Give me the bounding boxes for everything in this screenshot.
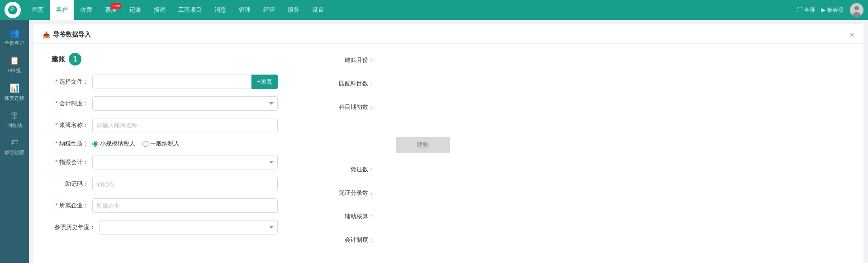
import-icon: 📥	[43, 31, 50, 38]
nav-message[interactable]: 消息	[208, 0, 232, 20]
form-body: 建账 1 * 选择文件： +浏览	[33, 44, 863, 263]
nav-right-actions: ⛶ 全屏 ▶ 畅会员	[797, 3, 863, 17]
ledger-label: * 账簿名称：	[52, 121, 92, 129]
ledger-row: * 账簿名称：	[52, 118, 278, 132]
accounting-label: * 会计制度：	[52, 99, 92, 108]
memo-label: 助记码：	[52, 180, 92, 188]
svg-point-2	[854, 6, 859, 10]
import-panel: 📥 导爷数据导入 × 建账 1 *	[33, 24, 863, 263]
period-value	[378, 100, 513, 114]
assign-row: * 指派会计：	[52, 155, 278, 169]
month-label: 建账月份：	[332, 56, 378, 64]
recycle-icon: 🗑	[10, 111, 19, 120]
top-navigation: 首页 客户 收费 票据 new 记账 报税 工商项目 消息 管理 经营 服务 设…	[0, 0, 868, 20]
file-input[interactable]	[92, 75, 251, 89]
section-divider	[305, 53, 305, 256]
voucher-row: 凭证数：	[332, 162, 513, 177]
customers-icon: 👥	[9, 28, 19, 38]
history-select[interactable]	[99, 220, 278, 235]
declare-icon: 📋	[9, 56, 19, 66]
sidebar-item-migrate[interactable]: 📊 账套迁移	[0, 80, 29, 105]
tax-row: * 纳税性质： 小规模纳税人 一般纳税人	[52, 140, 278, 148]
month-row: 建账月份：	[332, 53, 513, 67]
nav-management[interactable]: 管理	[232, 0, 257, 20]
voucher-label: 凭证数：	[332, 165, 378, 174]
new-badge: new	[111, 3, 121, 9]
sidebar-item-all-customers[interactable]: 👥 全部客户	[0, 24, 29, 50]
main-layout: 👥 全部客户 📋 0申报 📊 账套迁移 🗑 回收站 🏷 标签设置 📥 导爷数据导…	[0, 20, 868, 263]
vip-button[interactable]: ▶ 畅会员	[821, 6, 844, 14]
assign-label: * 指派会计：	[52, 158, 92, 166]
voucher-entries-row: 凭证分录数：	[332, 186, 513, 200]
tags-icon: 🏷	[10, 138, 19, 147]
nav-settings[interactable]: 设置	[306, 0, 330, 20]
memo-row: 助记码：	[52, 177, 278, 191]
file-input-group: +浏览	[92, 75, 278, 89]
file-label: * 选择文件：	[52, 78, 92, 86]
form-left: 建账 1 * 选择文件： +浏览	[52, 53, 278, 256]
step-label-text: 建账	[52, 55, 65, 64]
panel-header: 📥 导爷数据导入	[33, 24, 863, 44]
form-right: 建账月份： 匹配科目数： 科目期初数： 建账	[332, 53, 513, 256]
aux-row: 辅助核算：	[332, 209, 513, 224]
migrate-icon: 📊	[9, 83, 19, 93]
accounting-row: * 会计制度：	[52, 96, 278, 111]
company-label: * 所属企业：	[52, 202, 92, 210]
user-avatar[interactable]	[850, 3, 863, 17]
tax-radio-small[interactable]	[92, 141, 98, 147]
match-value	[378, 76, 513, 91]
accounting-select[interactable]	[92, 96, 278, 111]
history-label: 参照历史年度：	[52, 223, 99, 231]
step-indicator: 建账 1	[52, 53, 278, 66]
month-value	[378, 53, 513, 67]
right-accounting-row: 会计制度：	[332, 233, 513, 247]
aux-value	[378, 209, 513, 224]
nav-customer[interactable]: 客户	[50, 0, 74, 20]
sidebar-item-declare[interactable]: 📋 0申报	[0, 52, 29, 78]
close-button[interactable]: ×	[849, 31, 854, 39]
voucher-value	[378, 162, 513, 177]
tax-option-small[interactable]: 小规模纳税人	[92, 140, 135, 148]
assign-select[interactable]	[92, 155, 278, 169]
file-row: * 选择文件： +浏览	[52, 75, 278, 89]
period-label: 科目期初数：	[332, 103, 378, 111]
history-row: 参照历史年度：	[52, 220, 278, 235]
period-row: 科目期初数：	[332, 100, 513, 114]
voucher-entries-label: 凭证分录数：	[332, 189, 378, 197]
ledger-input[interactable]	[92, 118, 278, 132]
tax-radio-group: 小规模纳税人 一般纳税人	[92, 140, 278, 148]
company-input[interactable]	[92, 198, 278, 213]
sidebar-item-recycle[interactable]: 🗑 回收站	[0, 107, 29, 132]
aux-label: 辅助核算：	[332, 212, 378, 221]
nav-menu: 首页 客户 收费 票据 new 记账 报税 工商项目 消息 管理 经营 服务 设…	[25, 0, 797, 20]
company-row: * 所属企业：	[52, 198, 278, 213]
nav-invoice[interactable]: 票据 new	[99, 0, 123, 20]
tax-label: * 纳税性质：	[52, 140, 92, 148]
nav-fees[interactable]: 收费	[74, 0, 99, 20]
nav-service[interactable]: 服务	[281, 0, 306, 20]
app-logo[interactable]	[5, 2, 21, 18]
right-accounting-label: 会计制度：	[332, 236, 378, 244]
svg-point-0	[8, 5, 17, 14]
fullscreen-button[interactable]: ⛶ 全屏	[797, 6, 815, 14]
step-circle: 1	[69, 53, 81, 66]
memo-input[interactable]	[92, 177, 278, 191]
nav-tax[interactable]: 报税	[147, 0, 172, 20]
nav-home[interactable]: 首页	[25, 0, 50, 20]
match-row: 匹配科目数：	[332, 76, 513, 91]
browse-button[interactable]: +浏览	[251, 75, 278, 89]
voucher-entries-value	[378, 186, 513, 200]
tax-option-general[interactable]: 一般纳税人	[142, 140, 180, 148]
panel-title: 导爷数据导入	[53, 31, 91, 39]
tax-radio-general[interactable]	[142, 141, 148, 147]
nav-bookkeeping[interactable]: 记账	[123, 0, 147, 20]
fullscreen-icon: ⛶	[797, 7, 802, 13]
build-account-button[interactable]: 建账	[396, 137, 450, 153]
nav-operation[interactable]: 经营	[257, 0, 281, 20]
match-label: 匹配科目数：	[332, 80, 378, 88]
sidebar: 👥 全部客户 📋 0申报 📊 账套迁移 🗑 回收站 🏷 标签设置	[0, 20, 29, 263]
play-icon: ▶	[821, 7, 825, 13]
sidebar-item-tags[interactable]: 🏷 标签设置	[0, 134, 29, 160]
nav-business[interactable]: 工商项目	[172, 0, 208, 20]
main-content: 📥 导爷数据导入 × 建账 1 *	[29, 20, 868, 263]
